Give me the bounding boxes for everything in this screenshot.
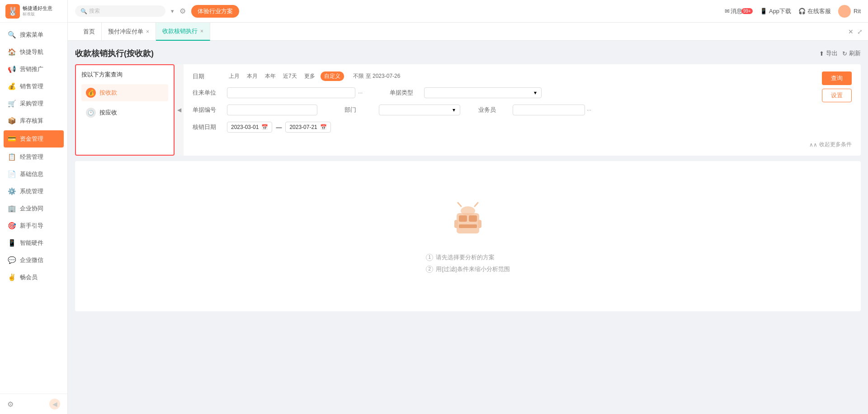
sidebar-item-basic[interactable]: 📄 基础信息 — [0, 166, 67, 183]
counterpart-input[interactable] — [227, 87, 355, 98]
tab-bar-right: ✕ ⤢ — [848, 28, 868, 35]
doc-type-select[interactable]: ▾ — [424, 87, 542, 98]
verify-date-range: 2023-03-01 📅 — 2023-07-21 📅 — [227, 122, 331, 133]
sidebar-item-inventory[interactable]: 📦 库存核算 — [0, 112, 67, 129]
date-btn-custom[interactable]: 自定义 — [321, 71, 344, 81]
collapse-up-icon: ∧∧ — [809, 142, 817, 148]
filter-panel-title: 按以下方案查询 — [81, 71, 168, 79]
receipt-tab-close[interactable]: × — [200, 28, 203, 34]
counterpart-label: 往来单位 — [193, 89, 218, 97]
sidebar-label-guide: 新手引导 — [20, 222, 43, 230]
export-icon: ⬆ — [819, 50, 824, 57]
settings-gear-icon[interactable]: ⚙ — [179, 7, 186, 15]
tab-prepay[interactable]: 预付冲应付单 × — [102, 23, 156, 41]
tab-expand-icon[interactable]: ⤢ — [857, 28, 863, 35]
date-label: 日期 — [193, 72, 218, 81]
svg-rect-2 — [469, 215, 477, 222]
sidebar-item-marketing[interactable]: 📢 营销推广 — [0, 61, 67, 78]
online-service-label: 在线客服 — [807, 7, 831, 15]
operation-nav-icon: 📋 — [7, 153, 16, 161]
sidebar-item-member[interactable]: ✌ 畅会员 — [0, 269, 67, 286]
svg-line-7 — [458, 203, 461, 206]
date-btn-this-month[interactable]: 本月 — [245, 71, 259, 81]
refresh-icon: ↻ — [842, 50, 847, 57]
message-icon: ✉ — [725, 8, 730, 14]
collapse-arrow-icon: ◀ — [177, 107, 181, 113]
tip-text-2: 用[过滤]条件来缩小分析范围 — [436, 263, 509, 275]
marketing-nav-icon: 📢 — [7, 65, 16, 73]
filter-collapse-btn[interactable]: ◀ — [175, 64, 184, 156]
sidebar: 🐰 畅捷通好生意 标准版 🔍 搜索菜单 🏠 快捷导航 📢 营销推广 💰 销售管理… — [0, 0, 68, 414]
tab-close-all-icon[interactable]: ✕ — [848, 28, 854, 35]
app-download-btn[interactable]: 📱 App下载 — [760, 7, 791, 15]
tab-home[interactable]: 首页 — [77, 23, 102, 41]
empty-tips: 1 请先选择要分析的方案 2 用[过滤]条件来缩小分析范围 — [426, 252, 509, 275]
member-nav-icon: ✌ — [7, 273, 16, 281]
filter-by-receivable[interactable]: 🕐 按应收 — [81, 104, 168, 121]
filter-settings-btn[interactable]: 设置 — [822, 89, 852, 102]
phone-icon: 📱 — [760, 8, 767, 14]
tab-receipt[interactable]: 收款核销执行 × — [156, 23, 210, 41]
staff-more-icon[interactable]: ··· — [587, 107, 591, 113]
sidebar-item-hardware[interactable]: 📱 智能硬件 — [0, 234, 67, 252]
date-btn-last-month[interactable]: 上月 — [227, 71, 241, 81]
user-area[interactable]: Rit — [838, 5, 861, 18]
dropdown-arrow-icon[interactable]: ▾ — [171, 8, 174, 14]
header-actions: ⬆ 导出 ↻ 刷新 — [819, 49, 861, 57]
home-tab-label: 首页 — [83, 28, 95, 36]
sidebar-item-system[interactable]: ⚙️ 系统管理 — [0, 183, 67, 200]
global-search[interactable]: 🔍 搜索 — [75, 5, 165, 17]
sidebar-settings-icon[interactable]: ⚙ — [7, 400, 14, 409]
page-title: 收款核销执行(按收款) — [75, 48, 154, 59]
sidebar-item-purchase[interactable]: 🛒 采购管理 — [0, 95, 67, 112]
prepay-tab-close[interactable]: × — [146, 29, 149, 35]
calendar-start-icon: 📅 — [261, 124, 268, 130]
sidebar-collapse-btn[interactable]: ◀ — [49, 399, 60, 409]
filter-container: 按以下方案查询 💰 按收款 🕐 按应收 ◀ — [75, 64, 861, 156]
date-btn-this-year[interactable]: 本年 — [263, 71, 278, 81]
top-bar-left: 🔍 搜索 ▾ ⚙ 体验行业方案 — [75, 5, 239, 18]
sidebar-item-operation[interactable]: 📋 经营管理 — [0, 148, 67, 166]
verify-date-end[interactable]: 2023-07-21 📅 — [285, 122, 330, 133]
verify-end-value: 2023-07-21 — [289, 124, 317, 130]
sidebar-bottom: ⚙ ◀ — [0, 394, 67, 414]
message-btn[interactable]: ✉ 消息 99+ — [725, 7, 753, 15]
sidebar-item-shortcut[interactable]: 🏠 快捷导航 — [0, 43, 67, 61]
filter-by-receipt[interactable]: 💰 按收款 — [81, 84, 168, 101]
online-service-btn[interactable]: 🎧 在线客服 — [798, 7, 831, 15]
finance-nav-icon: 💳 — [7, 135, 16, 143]
top-bar-right: ✉ 消息 99+ 📱 App下载 🎧 在线客服 Rit — [725, 5, 861, 18]
refresh-btn[interactable]: ↻ 刷新 — [842, 49, 861, 57]
svg-rect-4 — [454, 220, 458, 228]
empty-state: 1 请先选择要分析的方案 2 用[过滤]条件来缩小分析范围 — [75, 161, 861, 311]
export-btn[interactable]: ⬆ 导出 — [819, 49, 838, 57]
staff-input[interactable] — [513, 105, 585, 115]
counterpart-more-icon[interactable]: ··· — [358, 90, 363, 96]
industry-solution-btn[interactable]: 体验行业方案 — [191, 5, 239, 18]
sidebar-item-wechat[interactable]: 💬 企业微信 — [0, 252, 67, 269]
svg-point-6 — [461, 206, 475, 215]
sidebar-item-sales[interactable]: 💰 销售管理 — [0, 78, 67, 95]
date-buttons: 上月 本月 本年 近7天 更多 自定义 — [227, 71, 344, 81]
verify-date-row: 核销日期 2023-03-01 📅 — 2023-07-21 📅 — [193, 122, 813, 133]
sidebar-item-guide[interactable]: 🎯 新手引导 — [0, 217, 67, 234]
date-btn-7days[interactable]: 近7天 — [281, 71, 299, 81]
query-btn[interactable]: 查询 — [822, 71, 852, 85]
date-btn-more[interactable]: 更多 — [302, 71, 317, 81]
docno-filter-row: 单据编号 部门 ▾ 业务员 ··· — [193, 105, 813, 115]
sidebar-item-search[interactable]: 🔍 搜索菜单 — [0, 26, 67, 43]
tip-row-2: 2 用[过滤]条件来缩小分析范围 — [426, 263, 509, 275]
sidebar-item-enterprise[interactable]: 🏢 企业协同 — [0, 200, 67, 217]
by-receipt-label: 按收款 — [99, 89, 117, 97]
sidebar-label-basic: 基础信息 — [20, 170, 43, 178]
message-badge: 99+ — [741, 8, 753, 14]
by-receivable-icon: 🕐 — [86, 108, 96, 118]
hardware-nav-icon: 📱 — [7, 239, 16, 247]
verify-date-start[interactable]: 2023-03-01 📅 — [227, 122, 272, 133]
staff-area: ··· — [513, 105, 591, 115]
department-select[interactable]: ▾ — [379, 105, 460, 115]
collapse-more-btn[interactable]: ∧∧ 收起更多条件 — [193, 141, 852, 148]
sidebar-item-finance[interactable]: 💳 资金管理 — [4, 130, 64, 148]
date-limit-info: 不限 至 2023-07-26 — [353, 72, 401, 80]
doc-no-input[interactable] — [227, 105, 317, 115]
